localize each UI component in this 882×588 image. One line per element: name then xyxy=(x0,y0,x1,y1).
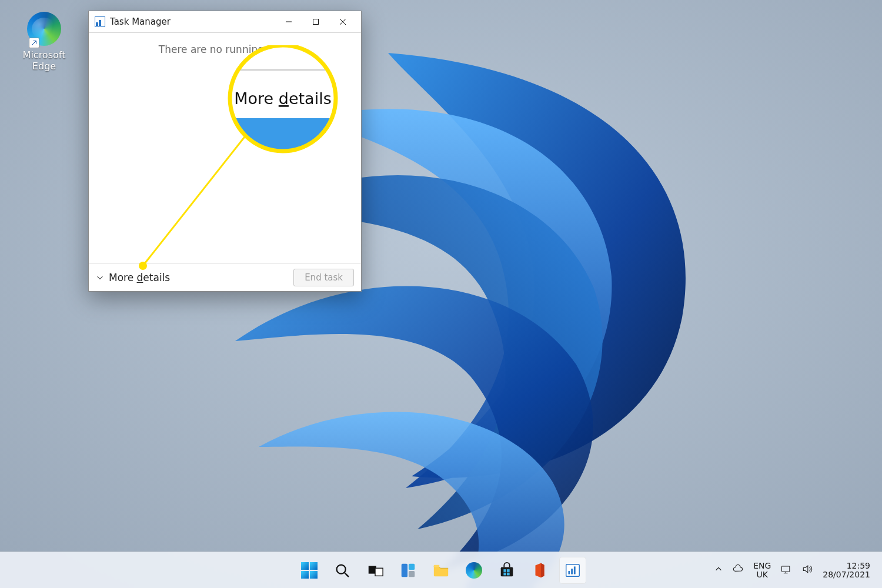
task-view-icon xyxy=(366,562,384,579)
taskbar-center xyxy=(296,557,586,584)
svg-rect-24 xyxy=(503,572,506,575)
language-bottom: UK xyxy=(753,570,771,579)
edge-icon xyxy=(466,562,482,579)
language-top: ENG xyxy=(753,562,771,570)
taskbar: ENG UK 12:59 28/07/2021 xyxy=(0,552,882,588)
close-button[interactable] xyxy=(329,13,356,31)
file-explorer-button[interactable] xyxy=(427,557,455,584)
edge-button[interactable] xyxy=(460,557,487,584)
svg-rect-19 xyxy=(409,570,415,576)
svg-rect-25 xyxy=(507,572,510,575)
office-button[interactable] xyxy=(526,557,553,584)
search-button[interactable] xyxy=(329,557,356,584)
maximize-button[interactable] xyxy=(302,13,329,31)
svg-line-14 xyxy=(345,572,349,576)
svg-rect-30 xyxy=(782,566,790,572)
svg-rect-27 xyxy=(569,570,570,574)
language-indicator[interactable]: ENG UK xyxy=(753,562,771,579)
shortcut-arrow-icon xyxy=(29,38,39,48)
desktop: Microsoft Edge Task Manager There are no… xyxy=(0,0,882,588)
task-manager-icon xyxy=(95,16,105,27)
network-tray-icon[interactable] xyxy=(780,563,792,577)
svg-rect-18 xyxy=(409,563,415,569)
store-button[interactable] xyxy=(493,557,520,584)
window-footer: More details End task xyxy=(89,263,361,291)
store-icon xyxy=(498,562,516,579)
svg-rect-2 xyxy=(313,19,319,25)
edge-icon xyxy=(27,12,61,46)
clock[interactable]: 12:59 28/07/2021 xyxy=(823,562,870,579)
window-title: Task Manager xyxy=(110,16,171,27)
svg-rect-28 xyxy=(571,569,573,574)
onedrive-tray-icon[interactable] xyxy=(732,563,744,577)
clock-time: 12:59 xyxy=(823,562,870,570)
svg-rect-16 xyxy=(375,568,383,576)
empty-state-text: There are no running apps xyxy=(89,33,361,55)
tray-overflow-button[interactable] xyxy=(714,565,723,575)
minimize-button[interactable] xyxy=(275,13,302,31)
volume-tray-icon[interactable] xyxy=(801,563,813,577)
task-view-button[interactable] xyxy=(362,557,389,584)
windows-logo-icon xyxy=(301,562,318,579)
more-details-label: More details xyxy=(109,272,170,283)
svg-rect-17 xyxy=(402,563,407,577)
office-icon xyxy=(531,562,549,579)
start-button[interactable] xyxy=(296,557,323,584)
search-icon xyxy=(333,562,351,579)
task-manager-window: Task Manager There are no running apps M… xyxy=(88,11,362,292)
desktop-icon-edge[interactable]: Microsoft Edge xyxy=(15,12,74,72)
end-task-button[interactable]: End task xyxy=(293,269,354,286)
system-tray: ENG UK 12:59 28/07/2021 xyxy=(714,562,882,579)
task-manager-taskbar-button[interactable] xyxy=(559,557,586,584)
widgets-icon xyxy=(399,562,417,579)
task-manager-icon xyxy=(564,562,582,579)
chevron-down-icon xyxy=(96,273,104,282)
titlebar[interactable]: Task Manager xyxy=(89,11,361,32)
widgets-button[interactable] xyxy=(395,557,422,584)
svg-rect-20 xyxy=(434,564,439,567)
more-details-toggle[interactable]: More details xyxy=(96,272,170,283)
client-area: There are no running apps More details E… xyxy=(89,32,361,291)
folder-icon xyxy=(432,562,450,579)
svg-rect-29 xyxy=(574,566,576,574)
desktop-icon-label: Microsoft Edge xyxy=(15,49,74,72)
clock-date: 28/07/2021 xyxy=(823,570,870,579)
svg-rect-23 xyxy=(507,569,510,572)
svg-rect-22 xyxy=(503,569,506,572)
